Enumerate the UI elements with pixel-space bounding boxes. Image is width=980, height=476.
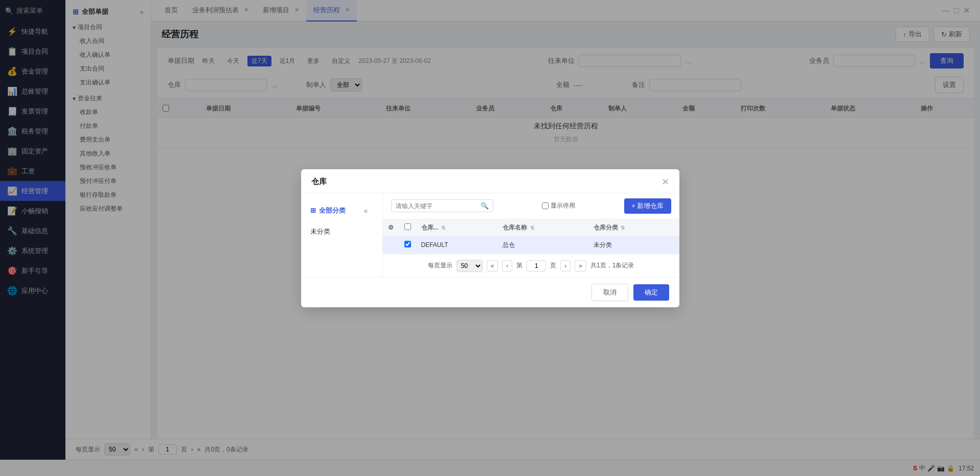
collapse-arrows[interactable]: «: [359, 202, 373, 219]
modal-table-body: DEFAULT 总仓 未分类: [383, 236, 679, 254]
cancel-button[interactable]: 取消: [591, 284, 628, 301]
row-category: 未分类: [588, 236, 679, 254]
modal-per-page-select[interactable]: 50100: [457, 260, 483, 272]
modal-left-all-category[interactable]: ⊞ 全部分类 «: [301, 198, 382, 223]
modal-overlay[interactable]: 仓库 ✕ ⊞ 全部分类 « 未分类: [0, 0, 980, 476]
search-icon2: 🔍: [481, 202, 489, 210]
modal-body: ⊞ 全部分类 « 未分类 🔍 显示停用: [301, 193, 679, 277]
modal-table-wrap: ⚙ 仓库... ⇅ 仓库名称 ⇅ 仓库分类 ⇅: [383, 219, 679, 254]
modal-header: 仓库 ✕: [301, 169, 679, 193]
modal-total-info: 共1页，1条记录: [590, 261, 634, 270]
modal-page-label: 第: [516, 261, 522, 270]
row-code: DEFAULT: [416, 236, 498, 254]
settings-icon2[interactable]: ⚙: [388, 224, 394, 231]
modal-next-btn[interactable]: ›: [560, 260, 571, 271]
show-disabled-checkbox[interactable]: [542, 202, 549, 209]
row-select-checkbox[interactable]: [404, 241, 411, 247]
modal-table: ⚙ 仓库... ⇅ 仓库名称 ⇅ 仓库分类 ⇅: [383, 219, 679, 254]
modal-search-input[interactable]: [396, 202, 477, 210]
warehouse-modal: 仓库 ✕ ⊞ 全部分类 « 未分类: [301, 169, 679, 307]
modal-col-code: 仓库... ⇅: [416, 219, 498, 237]
modal-select-all[interactable]: [404, 223, 411, 230]
modal-per-page-label: 每页显示: [428, 261, 452, 270]
modal-left-uncategorized[interactable]: 未分类: [301, 223, 382, 240]
search-box: 🔍: [391, 199, 493, 212]
grid-icon2: ⊞: [310, 207, 316, 214]
modal-actions: 取消 确定: [301, 277, 679, 307]
modal-col-category: 仓库分类 ⇅: [588, 219, 679, 237]
modal-pagination: 每页显示 50100 « ‹ 第 页 › » 共1页，1条记录: [383, 254, 679, 277]
modal-last-btn[interactable]: »: [575, 260, 586, 271]
modal-close-btn[interactable]: ✕: [662, 176, 669, 188]
modal-right-panel: 🔍 显示停用 + 新增仓库 ⚙: [383, 193, 679, 277]
modal-title: 仓库: [311, 177, 327, 187]
modal-page-suffix: 页: [550, 261, 556, 270]
modal-page-input[interactable]: [527, 260, 546, 271]
row-settings: [383, 236, 399, 254]
modal-col-name: 仓库名称 ⇅: [497, 219, 588, 237]
add-warehouse-button[interactable]: + 新增仓库: [624, 198, 671, 214]
modal-first-btn[interactable]: «: [487, 260, 498, 271]
table-row[interactable]: DEFAULT 总仓 未分类: [383, 236, 679, 254]
modal-col-checkbox: [399, 219, 416, 237]
modal-table-header: ⚙ 仓库... ⇅ 仓库名称 ⇅ 仓库分类 ⇅: [383, 219, 679, 237]
all-category-label: 全部分类: [319, 206, 346, 215]
show-disabled-text: 显示停用: [551, 201, 575, 210]
row-name: 总仓: [497, 236, 588, 254]
modal-toolbar: 🔍 显示停用 + 新增仓库: [383, 193, 679, 219]
show-disabled-label[interactable]: 显示停用: [542, 201, 575, 210]
modal-left-panel: ⊞ 全部分类 « 未分类: [301, 193, 383, 277]
modal-prev-btn[interactable]: ‹: [502, 260, 512, 271]
modal-col-settings: ⚙: [383, 219, 399, 237]
confirm-button[interactable]: 确定: [633, 284, 669, 301]
row-checkbox: [399, 236, 416, 254]
uncategorized-label: 未分类: [310, 227, 330, 236]
